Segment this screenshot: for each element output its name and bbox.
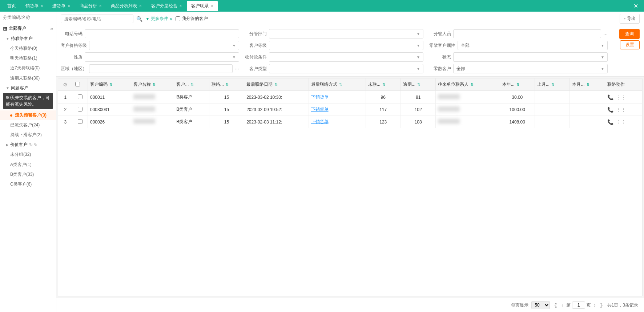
row-checkbox-1[interactable]: [78, 94, 82, 99]
td-code-1: 000011: [88, 91, 131, 104]
sort-name-icon[interactable]: ⇅: [153, 82, 156, 86]
td-method-2[interactable]: 下销货单: [309, 104, 366, 116]
price-level-select[interactable]: ▼: [89, 41, 239, 50]
contact-icon-2[interactable]: 📞: [607, 107, 613, 113]
sidebar-item-today-label: 今天待联络(0): [10, 46, 37, 51]
tab-purchase-label: 进货单: [52, 3, 65, 9]
tab-analysis[interactable]: 商品分析 ×: [75, 1, 106, 11]
sidebar-item-tomorrow[interactable]: 明天待联络(1): [0, 53, 56, 63]
sidebar-search-input[interactable]: [3, 15, 56, 20]
per-page-select[interactable]: 50 100 200: [531, 301, 550, 309]
payment-select[interactable]: ▼: [269, 52, 423, 62]
tab-purchase[interactable]: 进货单 ×: [48, 1, 74, 11]
sidebar-group-pending-label: 待联络客户: [11, 36, 33, 42]
td-check-1[interactable]: [73, 91, 88, 104]
sort-contact-icon[interactable]: ⇅: [226, 82, 229, 86]
region-input[interactable]: [89, 64, 233, 73]
dept-select[interactable]: ▼: [269, 29, 423, 39]
sidebar-item-declining[interactable]: 持续下滑客户(2): [0, 130, 56, 140]
filter-bar-right: ↑ 导出: [620, 14, 640, 24]
close-window-btn[interactable]: ✕: [631, 3, 641, 9]
sidebar-item-7days[interactable]: 近7天待联络(0): [0, 63, 56, 73]
sidebar-item-overdue[interactable]: 逾期未联络(30): [0, 73, 56, 83]
last-page-btn[interactable]: ⟫: [599, 301, 604, 309]
customer-level-select[interactable]: ▼: [269, 41, 423, 50]
sidebar-item-today[interactable]: 今天待联络(0): [0, 44, 56, 53]
page-input[interactable]: [572, 301, 585, 309]
sidebar-item-a-class[interactable]: A类客户(1): [0, 160, 56, 170]
sidebar-item-b-class[interactable]: B类客户(33): [0, 170, 56, 179]
tab-analysis-list[interactable]: 商品分析列表 ×: [106, 1, 146, 11]
sort-contacts-icon[interactable]: ⇅: [471, 82, 474, 86]
sidebar-item-c-class[interactable]: C类客户(6): [0, 179, 56, 189]
row-checkbox-3[interactable]: [78, 119, 82, 124]
manager-input[interactable]: [453, 29, 601, 38]
sidebar-collapse-btn[interactable]: «: [50, 26, 53, 32]
my-customers-checkbox[interactable]: [176, 16, 180, 21]
td-date-3: 2023-02-03 11:12:: [244, 116, 309, 128]
row-checkbox-2[interactable]: [78, 107, 82, 112]
sidebar-group-problem[interactable]: ▼ 问题客户: [0, 83, 56, 93]
tab-sales[interactable]: 销货单 ×: [21, 1, 47, 11]
query-btn[interactable]: 查询: [619, 29, 640, 39]
refresh-icon[interactable]: ↻: [29, 142, 33, 147]
phone-input[interactable]: [85, 29, 239, 38]
td-method-1[interactable]: 下销货单: [309, 91, 366, 104]
sidebar-item-churned[interactable]: 已流失客户(24): [0, 120, 56, 130]
export-btn[interactable]: ↑ 导出: [620, 14, 640, 24]
filter-search-input[interactable]: [61, 15, 133, 23]
status-select[interactable]: ▼: [453, 52, 608, 62]
zero-attr-select[interactable]: 全部 ▼: [458, 41, 608, 50]
first-page-btn[interactable]: ⟪: [553, 301, 559, 309]
column-settings-icon[interactable]: ⚙: [63, 82, 68, 88]
contact-icon-1[interactable]: 📞: [607, 94, 613, 100]
blurred-name-2: [133, 106, 155, 112]
td-check-3[interactable]: [73, 116, 88, 128]
sort-icon[interactable]: ⇅: [109, 82, 112, 86]
tab-analysis-list-close[interactable]: ×: [139, 4, 141, 8]
filter-row-1: 电话号码 分管部门 ▼ 分管人员: [61, 29, 608, 39]
select-all-checkbox[interactable]: [75, 82, 80, 86]
more-icon-3[interactable]: ⋮⋮: [616, 119, 626, 125]
prev-page-btn[interactable]: ‹: [560, 301, 565, 309]
contact-icon-3[interactable]: 📞: [607, 119, 613, 125]
more-icon-2[interactable]: ⋮⋮: [616, 107, 626, 113]
sort-no-contact-icon[interactable]: ⇅: [382, 82, 385, 86]
tab-sales-close[interactable]: ×: [41, 4, 43, 8]
tab-customer-contact-close[interactable]: ×: [211, 4, 213, 8]
sort-lmonth-icon[interactable]: ⇅: [551, 82, 554, 86]
more-icon-1[interactable]: ⋮⋮: [616, 94, 626, 100]
nature-select[interactable]: ▼: [85, 52, 239, 62]
td-check-2[interactable]: [73, 104, 88, 116]
sort-type-icon[interactable]: ⇅: [191, 82, 194, 86]
my-customers-checkbox-label[interactable]: 我分管的客户: [176, 16, 208, 22]
sidebar-root[interactable]: ⊞ 全部客户 «: [0, 23, 56, 34]
settings-btn[interactable]: 设置: [620, 40, 640, 49]
td-method-3[interactable]: 下销货单: [309, 116, 366, 128]
tab-purchase-close[interactable]: ×: [68, 4, 70, 8]
sort-year-icon[interactable]: ⇅: [516, 82, 519, 86]
sidebar-item-churn-warning[interactable]: 流失预警客户(3): [0, 110, 56, 120]
sort-date-icon[interactable]: ⇅: [275, 82, 278, 86]
zero-customer-select[interactable]: 全部 ▼: [453, 64, 608, 73]
tab-customer-layer-close[interactable]: ×: [180, 4, 182, 8]
filter-field-zero-attr: 零散客户属性 全部 ▼: [429, 41, 608, 50]
region-more-icon[interactable]: ···: [235, 66, 239, 72]
sidebar-item-ungroup[interactable]: 未分组(32): [0, 150, 56, 159]
td-lmonth-2: [535, 104, 569, 116]
customer-type-select[interactable]: ▼: [269, 64, 423, 73]
more-conditions-btn[interactable]: ▼ 更多条件 ∧: [145, 16, 173, 22]
tab-home[interactable]: 首页: [3, 1, 20, 11]
sidebar-group-pending[interactable]: ▼ 待联络客户: [0, 34, 56, 44]
sidebar-item-churned-label: 已流失客户(24): [10, 122, 40, 127]
sort-tmonth-icon[interactable]: ⇅: [587, 82, 589, 86]
sort-method-icon[interactable]: ⇅: [339, 82, 342, 86]
tab-customer-contact[interactable]: 客户联系 ×: [187, 1, 217, 11]
manager-more-icon[interactable]: ···: [603, 31, 608, 37]
edit-icon[interactable]: ✎: [34, 142, 37, 147]
tab-customer-layer[interactable]: 客户分层经营 ×: [147, 1, 186, 11]
filter-search-icon[interactable]: 🔍: [136, 16, 142, 22]
next-page-btn[interactable]: ›: [592, 301, 597, 309]
tab-analysis-close[interactable]: ×: [99, 4, 101, 8]
sort-overdue-icon[interactable]: ⇅: [417, 82, 420, 86]
